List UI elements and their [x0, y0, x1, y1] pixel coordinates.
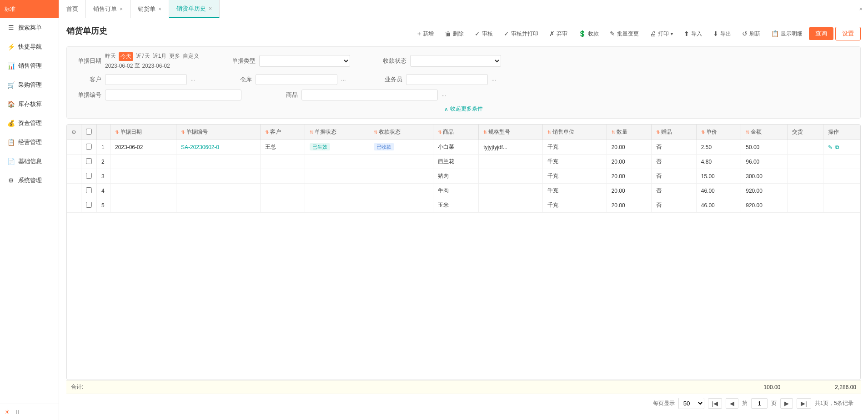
- sidebar-item-finance-mgmt[interactable]: 💰 资金管理: [0, 114, 59, 133]
- tab-sales-goods[interactable]: 销货单 ×: [130, 0, 169, 18]
- sidebar-logo: 标准: [0, 0, 59, 18]
- sidebar-bottom-icon2[interactable]: ⏸: [15, 409, 20, 415]
- next-page-button[interactable]: ▶: [780, 398, 793, 409]
- tab-sales-goods-close[interactable]: ×: [158, 6, 161, 12]
- new-button[interactable]: + 新增: [413, 28, 438, 40]
- th-collect-status[interactable]: ⇅收款状态: [369, 125, 433, 140]
- th-unit-price[interactable]: ⇅单价: [696, 125, 741, 140]
- import-button[interactable]: ⬆ 导入: [679, 28, 707, 40]
- row-checkbox[interactable]: [86, 173, 92, 179]
- prev-page-button[interactable]: ◀: [726, 398, 738, 409]
- batch-change-button[interactable]: ✎ 批量变更: [605, 28, 643, 40]
- customer-input[interactable]: [105, 74, 187, 85]
- sidebar-item-label: 采购管理: [18, 81, 42, 89]
- row-checkbox[interactable]: [86, 144, 92, 150]
- th-doc-status[interactable]: ⇅单据状态: [305, 125, 369, 140]
- goods-dots[interactable]: ···: [442, 92, 447, 99]
- tab-sales-order-close[interactable]: ×: [120, 6, 123, 12]
- shortcut-today[interactable]: 今天: [119, 52, 133, 61]
- shortcut-more[interactable]: 更多: [169, 52, 180, 61]
- cell-goods: 西兰花: [433, 155, 478, 169]
- delete-button[interactable]: 🗑 删除: [440, 28, 468, 40]
- cell-action: ✎⧉: [823, 140, 860, 155]
- doc-number-input[interactable]: [105, 90, 241, 100]
- collect-status-select[interactable]: [410, 55, 501, 67]
- first-page-button[interactable]: |◀: [708, 398, 722, 409]
- copy-link[interactable]: ⧉: [835, 144, 839, 150]
- sidebar-item-label: 搜索菜单: [18, 24, 42, 32]
- goods-input[interactable]: [301, 90, 438, 100]
- shortcut-1month[interactable]: 近1月: [153, 52, 167, 61]
- collect-button[interactable]: 💲 收款: [574, 28, 603, 40]
- cell-goods: 牛肉: [433, 184, 478, 198]
- th-customer[interactable]: ⇅客户: [260, 125, 305, 140]
- sidebar-item-search-menu[interactable]: ☰ 搜索菜单: [0, 18, 59, 37]
- cell-checkbox[interactable]: [81, 140, 97, 155]
- collapse-button[interactable]: ∧ 收起更多条件: [74, 105, 853, 113]
- warehouse-input[interactable]: [256, 74, 337, 85]
- abandon-button[interactable]: ✗ 弃审: [545, 28, 572, 40]
- table-row: 5 玉米 千克 20.00 否 46.00 920.00: [67, 198, 860, 213]
- th-checkbox[interactable]: [81, 125, 97, 140]
- cell-quantity: 20.00: [607, 184, 652, 198]
- select-all-checkbox[interactable]: [86, 129, 92, 135]
- shortcut-7days[interactable]: 近7天: [136, 52, 150, 61]
- page-size-select[interactable]: 50 10 20 100: [678, 398, 704, 409]
- th-sales-unit[interactable]: ⇅销售单位: [542, 125, 607, 140]
- shortcut-custom[interactable]: 自定义: [183, 52, 199, 61]
- sidebar-item-quick-nav[interactable]: ⚡ 快捷导航: [0, 37, 59, 56]
- th-amount[interactable]: ⇅金额: [741, 125, 788, 140]
- show-detail-button[interactable]: 📋 显示明细: [767, 28, 807, 40]
- sidebar-item-inventory-calc[interactable]: 🏠 库存核算: [0, 95, 59, 114]
- export-button[interactable]: ⬇ 导出: [708, 28, 736, 40]
- tab-home[interactable]: 首页: [59, 0, 86, 18]
- filter-row-2: 客户 ··· 仓库 ··· 业务员 ···: [74, 74, 853, 85]
- tab-sales-history[interactable]: 销货单历史 ×: [169, 0, 220, 18]
- th-settings[interactable]: ⚙: [67, 125, 81, 140]
- cell-checkbox[interactable]: [81, 184, 97, 198]
- tab-sales-history-close[interactable]: ×: [209, 5, 212, 12]
- th-spec-model[interactable]: ⇅规格型号: [479, 125, 543, 140]
- shortcut-yesterday[interactable]: 昨天: [105, 52, 116, 61]
- cell-spec-model: [479, 169, 543, 184]
- query-button[interactable]: 查询: [809, 27, 833, 40]
- edit-link[interactable]: ✎: [828, 144, 833, 150]
- sidebar-bottom-icon1[interactable]: ☀: [5, 409, 10, 415]
- tab-close-all[interactable]: ×: [853, 5, 868, 12]
- tab-bar: 首页 销售订单 × 销货单 × 销货单历史 × ×: [59, 0, 868, 18]
- row-checkbox[interactable]: [86, 158, 92, 164]
- row-checkbox[interactable]: [86, 187, 92, 193]
- settings-button[interactable]: 设置: [835, 27, 861, 40]
- page-number-input[interactable]: [751, 398, 768, 409]
- salesperson-input[interactable]: [406, 74, 488, 85]
- cell-checkbox[interactable]: [81, 169, 97, 184]
- th-goods[interactable]: ⇅商品: [433, 125, 478, 140]
- th-gift[interactable]: ⇅赠品: [652, 125, 697, 140]
- th-doc-date[interactable]: ⇅单据日期: [110, 125, 176, 140]
- collect-icon: 💲: [578, 30, 586, 37]
- sidebar-item-basic-info[interactable]: 📄 基础信息: [0, 152, 59, 171]
- sidebar-item-sys-mgmt[interactable]: ⚙ 系统管理: [0, 171, 59, 190]
- th-quantity[interactable]: ⇅数量: [607, 125, 652, 140]
- cell-checkbox[interactable]: [81, 198, 97, 213]
- print-button[interactable]: 🖨 打印 ▾: [645, 28, 677, 40]
- tab-sales-order[interactable]: 销售订单 ×: [86, 0, 130, 18]
- row-checkbox[interactable]: [86, 202, 92, 208]
- salesperson-dots[interactable]: ···: [492, 76, 497, 83]
- cell-checkbox[interactable]: [81, 155, 97, 169]
- customer-dots[interactable]: ···: [191, 76, 196, 83]
- cell-collect-status: [369, 184, 433, 198]
- inventory-icon: 🏠: [7, 100, 15, 108]
- audit-button[interactable]: ✓ 审核: [470, 28, 497, 40]
- audit-print-button[interactable]: ✓ 审核并打印: [499, 28, 543, 40]
- sidebar-item-purchase-mgmt[interactable]: 🛒 采购管理: [0, 75, 59, 95]
- cell-gift: 否: [652, 184, 697, 198]
- last-page-button[interactable]: ▶|: [797, 398, 811, 409]
- sidebar-item-ops-mgmt[interactable]: 📋 经营管理: [0, 133, 59, 152]
- warehouse-dots[interactable]: ···: [341, 76, 346, 83]
- refresh-button[interactable]: ↺ 刷新: [738, 28, 765, 40]
- doc-type-label: 单据类型: [228, 57, 256, 65]
- sidebar-item-sales-mgmt[interactable]: 📊 销售管理: [0, 56, 59, 75]
- th-doc-number[interactable]: ⇅单据编号: [176, 125, 260, 140]
- doc-type-select[interactable]: [259, 55, 350, 67]
